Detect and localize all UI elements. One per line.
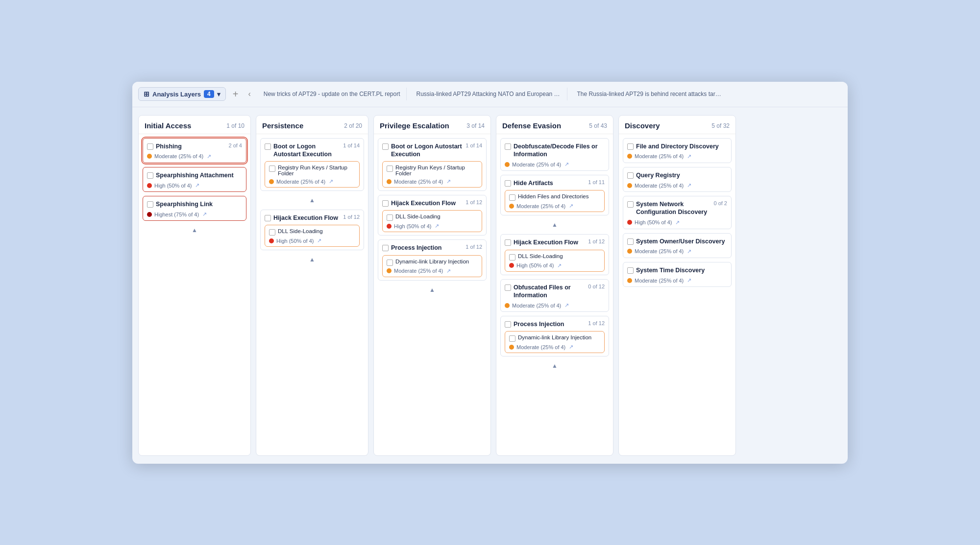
deobfuscate-header: Deobfuscate/Decode Files or Information — [505, 142, 605, 159]
boot-logon-1-checkbox[interactable] — [265, 143, 271, 150]
dll-3-title: DLL Side-Loading — [518, 253, 563, 259]
spearphishing-attachment-link-icon[interactable]: ↗ — [195, 182, 199, 189]
technique-card-query-registry[interactable]: Query Registry Moderate (25% of 4) ↗ — [623, 167, 732, 192]
boot-logon-2-title: Boot or Logon Autostart Execution — [391, 142, 464, 159]
file-directory-dot — [627, 154, 632, 159]
file-directory-link[interactable]: ↗ — [687, 153, 691, 160]
spearphishing-attachment-checkbox[interactable] — [147, 172, 153, 179]
technique-card-system-time[interactable]: System Time Discovery Moderate (25% of 4… — [623, 262, 732, 287]
technique-card-system-owner[interactable]: System Owner/User Discovery Moderate (25… — [623, 233, 732, 258]
persistence-scroll-up-1[interactable]: ▲ — [260, 195, 364, 206]
technique-card-hide-artifacts[interactable]: Hide Artifacts 1 of 11 Hidden Files and … — [500, 175, 609, 215]
process-injection-1-title: Process Injection — [391, 244, 442, 252]
spearphishing-link-link-icon[interactable]: ↗ — [202, 211, 207, 217]
hijack-2-checkbox[interactable] — [382, 200, 389, 207]
dll-1-link[interactable]: ↗ — [317, 237, 321, 244]
system-time-title: System Time Discovery — [636, 266, 705, 274]
sub-technique-registry-run-1[interactable]: Registry Run Keys / Startup Folder Moder… — [265, 161, 360, 188]
technique-card-file-directory[interactable]: File and Directory Discovery Moderate (2… — [623, 138, 732, 163]
deobfuscate-link[interactable]: ↗ — [564, 161, 569, 167]
column-privilege-escalation: Privilege Escalation 3 of 14 Boot or Log… — [373, 115, 491, 456]
obfuscated-link[interactable]: ↗ — [564, 302, 569, 308]
sub-technique-dll-3[interactable]: DLL Side-Loading High (50% of 4) ↗ — [505, 250, 605, 272]
technique-card-system-network[interactable]: System Network Configuration Discovery 0… — [623, 196, 732, 229]
registry-run-1-checkbox[interactable] — [269, 166, 275, 172]
query-registry-checkbox[interactable] — [627, 172, 634, 179]
tab-3[interactable]: The Russia-linked APT29 is behind recent… — [571, 88, 728, 100]
system-time-link[interactable]: ↗ — [687, 277, 691, 284]
spearphishing-attachment-header: Spearphishing Attachment — [147, 171, 242, 179]
dll-2-link[interactable]: ↗ — [435, 223, 439, 229]
system-owner-link[interactable]: ↗ — [687, 248, 691, 255]
system-time-checkbox[interactable] — [627, 267, 634, 274]
registry-run-2-link[interactable]: ↗ — [446, 178, 451, 185]
hide-artifacts-checkbox[interactable] — [505, 180, 511, 187]
sub-technique-dynlink-2[interactable]: Dynamic-link Library Injection Moderate … — [505, 331, 605, 353]
technique-card-spearphishing-attachment[interactable]: Spearphishing Attachment High (50% of 4)… — [143, 167, 246, 192]
technique-card-boot-logon-2[interactable]: Boot or Logon Autostart Execution 1 of 1… — [378, 138, 487, 191]
boot-logon-2-checkbox[interactable] — [382, 143, 389, 150]
sub-technique-hidden-files[interactable]: Hidden Files and Directories Moderate (2… — [505, 190, 605, 212]
technique-card-hijack-2[interactable]: Hijack Execution Flow 1 of 12 DLL Side-L… — [378, 195, 487, 236]
spearphishing-link-checkbox[interactable] — [147, 201, 153, 208]
query-registry-link[interactable]: ↗ — [687, 182, 691, 189]
sub-technique-dynlink-1[interactable]: Dynamic-link Library Injection Moderate … — [382, 255, 482, 277]
registry-run-1-link[interactable]: ↗ — [329, 178, 333, 185]
tab-2[interactable]: Russia-linked APT29 Attacking NATO and E… — [411, 88, 567, 100]
system-network-checkbox[interactable] — [627, 201, 634, 208]
system-owner-checkbox[interactable] — [627, 238, 634, 245]
system-network-severity: High (50% of 4) ↗ — [627, 219, 727, 226]
process-injection-1-checkbox[interactable] — [382, 245, 389, 251]
dynlink-2-checkbox[interactable] — [509, 335, 515, 342]
prev-nav-button[interactable]: ‹ — [245, 88, 253, 100]
dll-3-checkbox[interactable] — [509, 254, 515, 261]
deobfuscate-checkbox[interactable] — [505, 143, 511, 150]
persistence-scroll-up-2[interactable]: ▲ — [260, 254, 364, 265]
phishing-link-icon[interactable]: ↗ — [207, 153, 211, 160]
technique-card-phishing[interactable]: Phishing 2 of 4 Moderate (25% of 4) ↗ — [143, 138, 246, 163]
process-injection-2-header: Process Injection 1 of 12 — [505, 320, 605, 328]
defense-scroll-up-1[interactable]: ▲ — [500, 219, 609, 230]
technique-card-process-injection-2[interactable]: Process Injection 1 of 12 Dynamic-link L… — [500, 316, 609, 356]
dll-1-severity: High (50% of 4) ↗ — [269, 237, 355, 244]
tab-1[interactable]: New tricks of APT29 - update on the CERT… — [258, 88, 407, 100]
technique-card-hijack-1[interactable]: Hijack Execution Flow 1 of 12 DLL Side-L… — [260, 210, 364, 250]
technique-card-hijack-3[interactable]: Hijack Execution Flow 1 of 12 DLL Side-L… — [500, 234, 609, 275]
sub-technique-dll-1[interactable]: DLL Side-Loading High (50% of 4) ↗ — [265, 225, 360, 247]
technique-card-obfuscated[interactable]: Obfuscated Files or Information 0 of 12 … — [500, 279, 609, 312]
phishing-checkbox[interactable] — [147, 143, 153, 150]
analysis-layers-button[interactable]: ⊞ Analysis Layers 4 ▾ — [138, 87, 226, 101]
hidden-files-link[interactable]: ↗ — [569, 203, 573, 209]
file-directory-checkbox[interactable] — [627, 143, 634, 150]
technique-card-boot-logon-1[interactable]: Boot or Logon Autostart Execution 1 of 1… — [260, 138, 364, 191]
dynlink-2-link[interactable]: ↗ — [569, 344, 573, 350]
process-injection-2-checkbox[interactable] — [505, 321, 511, 328]
hijack-1-checkbox[interactable] — [265, 215, 271, 221]
dynlink-1-link[interactable]: ↗ — [446, 268, 451, 274]
obfuscated-checkbox[interactable] — [505, 284, 511, 291]
query-registry-title: Query Registry — [636, 171, 680, 179]
system-network-header: System Network Configuration Discovery 0… — [627, 200, 727, 216]
dll-2-text: High (50% of 4) — [394, 223, 431, 229]
add-tab-button[interactable]: + — [230, 88, 242, 101]
column-count-discovery: 5 of 32 — [711, 122, 730, 129]
technique-card-spearphishing-link[interactable]: Spearphishing Link Highest (75% of 4) ↗ — [143, 196, 246, 221]
column-count-defense-evasion: 5 of 43 — [589, 122, 607, 129]
technique-card-deobfuscate[interactable]: Deobfuscate/Decode Files or Information … — [500, 138, 609, 171]
registry-run-2-checkbox[interactable] — [387, 166, 393, 172]
dynlink-1-checkbox[interactable] — [387, 260, 393, 266]
dll-1-checkbox[interactable] — [269, 229, 275, 236]
privilege-scroll-up[interactable]: ▲ — [378, 284, 487, 295]
system-network-link[interactable]: ↗ — [675, 219, 680, 226]
initial-access-scroll-up[interactable]: ▲ — [143, 225, 246, 236]
hidden-files-checkbox[interactable] — [509, 194, 515, 201]
registry-run-1-title: Registry Run Keys / Startup Folder — [278, 165, 355, 176]
dll-2-checkbox[interactable] — [387, 214, 393, 221]
spearphishing-link-severity-dot — [147, 212, 152, 217]
hijack-3-checkbox[interactable] — [505, 239, 511, 246]
dll-3-link[interactable]: ↗ — [557, 262, 562, 269]
sub-technique-registry-run-2[interactable]: Registry Run Keys / Startup Folder Moder… — [382, 161, 482, 188]
technique-card-process-injection-1[interactable]: Process Injection 1 of 12 Dynamic-link L… — [378, 239, 487, 280]
sub-technique-dll-2[interactable]: DLL Side-Loading High (50% of 4) ↗ — [382, 210, 482, 232]
defense-scroll-up-2[interactable]: ▲ — [500, 360, 609, 371]
